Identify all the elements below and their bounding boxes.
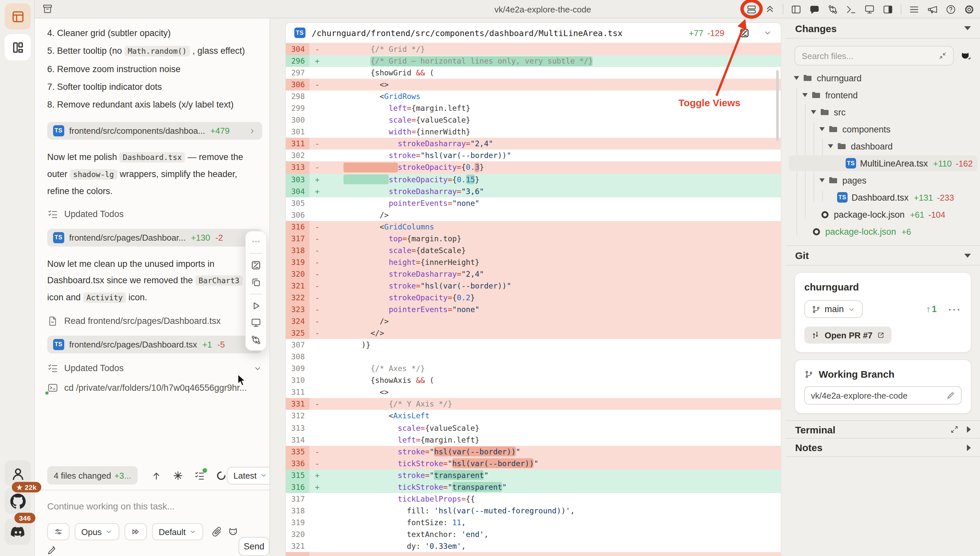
send-button[interactable]: Send — [239, 537, 270, 556]
pen-icon[interactable] — [47, 544, 58, 555]
file-change-chip[interactable]: TSfrontend/src/pages/Dashboar...+130-2 — [47, 229, 262, 247]
diff-line[interactable]: 321- stroke="hsl(var(--border))" — [286, 280, 781, 292]
diff-line[interactable]: 314 left={margin.left} — [286, 434, 781, 446]
diff-line[interactable]: 306- <> — [286, 79, 781, 91]
chevron-down-icon[interactable] — [763, 28, 772, 37]
monitor-icon[interactable] — [250, 317, 262, 328]
tree-folder-components[interactable]: components — [786, 121, 980, 138]
tree-folder-frontend[interactable]: frontend — [786, 87, 980, 103]
terminal-section-header[interactable]: Terminal — [786, 420, 980, 439]
diff-line[interactable]: 297 {showGrid && ( — [286, 67, 781, 79]
tool-call-row[interactable]: Updated Todos — [47, 208, 262, 220]
diff-line[interactable]: 323- pointerEvents="none" — [286, 304, 781, 315]
diff-view-icon[interactable] — [250, 260, 262, 271]
open-pr-button[interactable]: Open PR #7 — [804, 326, 891, 344]
panel-right-icon[interactable] — [882, 3, 893, 15]
tree-file-package-lock.json[interactable]: package-lock.json+6 — [786, 223, 980, 240]
fast-forward-button[interactable] — [124, 523, 147, 540]
rail-button-board[interactable] — [5, 34, 31, 60]
play-icon[interactable] — [250, 300, 262, 312]
tool-call-row[interactable]: cd /private/var/folders/10/h7w0q46556ggr… — [47, 382, 262, 393]
gear-icon[interactable] — [964, 3, 975, 15]
files-changed-chip[interactable]: 4 files changed +3... — [47, 466, 138, 485]
megaphone-icon[interactable] — [927, 3, 938, 15]
diff-line[interactable]: 305 pointerEvents="none" — [286, 197, 781, 209]
attach-icon[interactable] — [211, 526, 223, 537]
diff-line[interactable]: 319- height={innerHeight} — [286, 256, 781, 268]
tree-file-MultiLineArea.tsx[interactable]: TSMultiLineArea.tsx+110-162 — [786, 155, 980, 172]
commits-ahead[interactable]: ↑1 — [926, 304, 937, 314]
todo-list-icon[interactable] — [194, 470, 205, 481]
diff-line[interactable]: 313 scale={valueScale} — [286, 422, 781, 434]
tree-folder-dashboard[interactable]: dashboard — [786, 138, 980, 155]
diff-line[interactable]: 309 {/* Axes */} — [286, 363, 781, 375]
caret-down-icon[interactable] — [828, 144, 833, 148]
rail-button-workspace[interactable] — [5, 3, 31, 29]
tree-folder-src[interactable]: src — [786, 103, 980, 121]
diff-line[interactable]: 320- strokeDasharray="2,4" — [286, 268, 781, 280]
more-options-button[interactable]: ··· — [949, 304, 962, 314]
chevrons-up-icon[interactable] — [764, 3, 775, 15]
diff-line[interactable]: - — [286, 552, 781, 556]
cat-icon[interactable] — [228, 526, 239, 537]
file-change-chip[interactable]: TSfrontend/src/components/dashboa...+479 — [47, 122, 262, 140]
diff-line[interactable]: 307 )} — [286, 339, 781, 351]
working-branch-input[interactable]: vk/4e2a-explore-the-code — [804, 386, 962, 404]
diff-line[interactable]: 296+ {/* Grid — horizontal lines only, v… — [286, 55, 781, 67]
tree-folder-pages[interactable]: pages — [786, 172, 980, 189]
menu-icon[interactable] — [909, 3, 920, 15]
push-up-icon[interactable] — [151, 470, 162, 481]
expand-icon[interactable] — [950, 425, 959, 434]
spark-icon[interactable] — [173, 470, 184, 481]
diff-line[interactable]: 302 stroke="hsl(var(--border))" — [286, 150, 781, 162]
diff-line[interactable]: 336- tickStroke="hsl(var(--border))" — [286, 457, 781, 469]
diff-line[interactable]: 308 — [286, 351, 781, 362]
tool-call-row[interactable]: Read frontend/src/pages/Dashboard.tsx — [47, 315, 262, 326]
caret-down-icon[interactable] — [802, 93, 807, 97]
version-dropdown[interactable]: Latest — [227, 467, 270, 484]
diff-line[interactable]: 303+ strokeOpacity={0.15} — [286, 173, 781, 185]
tree-file-package-lock.json[interactable]: package-lock.json+61-104 — [786, 206, 980, 223]
cat-icon[interactable] — [960, 50, 971, 61]
tree-folder-churnguard[interactable]: churnguard — [786, 70, 980, 87]
git-compare-icon[interactable] — [827, 3, 838, 15]
tree-file-Dashboard.tsx[interactable]: TSDashboard.tsx+131-233 — [786, 189, 980, 206]
diff-line[interactable]: 318 fill: 'hsl(var(--muted-foreground))'… — [286, 505, 781, 517]
diff-line[interactable]: 299 left={margin.left} — [286, 102, 781, 114]
diff-line[interactable]: 313- strokeOpacity={0.3} — [286, 162, 781, 173]
diff-line[interactable]: 316- <GridColumns — [286, 221, 781, 233]
changes-section-header[interactable]: Changes — [786, 18, 980, 39]
model-dropdown[interactable]: Opus — [75, 523, 119, 540]
tool-call-row[interactable]: Updated Todos — [47, 362, 262, 374]
diff-line[interactable]: 320 textAnchor: 'end', — [286, 529, 781, 540]
branch-dropdown[interactable]: main — [804, 300, 863, 318]
diff-line[interactable]: 306 /> — [286, 209, 781, 221]
archive-icon[interactable] — [42, 3, 53, 15]
chevron-down-icon[interactable] — [253, 364, 262, 373]
panel-left-icon[interactable] — [791, 3, 802, 15]
help-icon[interactable] — [945, 3, 956, 15]
search-input[interactable] — [794, 46, 954, 66]
diff-line[interactable]: 319 fontSize: 11, — [286, 517, 781, 529]
file-change-chip[interactable]: TSfrontend/src/pages/Dashboard.tsx+1-5 — [47, 336, 262, 353]
diff-line[interactable]: 324- /> — [286, 315, 781, 327]
chat-bubble-icon[interactable] — [809, 3, 820, 15]
diff-line[interactable]: 321 dy: '0.33em', — [286, 540, 781, 552]
copy-icon[interactable] — [250, 277, 262, 288]
composer-placeholder[interactable]: Continue working on this task... — [47, 501, 175, 511]
diff-line[interactable]: 331- {/* Y Axis */} — [286, 398, 781, 410]
mode-dropdown[interactable]: Default — [152, 523, 203, 540]
diff-line[interactable]: 312 <AxisLeft — [286, 410, 781, 422]
diff-line[interactable]: 301 width={innerWidth} — [286, 126, 781, 138]
diff-line[interactable]: 317 tickLabelProps={{ — [286, 493, 781, 505]
diff-line[interactable]: 316+ tickStroke="transparent" — [286, 481, 781, 493]
diff-line[interactable]: 318- scale={dateScale} — [286, 244, 781, 256]
settings-sliders-button[interactable] — [47, 523, 69, 540]
monitor-icon[interactable] — [864, 3, 875, 15]
diff-line[interactable]: 311- strokeDasharray="2,4" — [286, 138, 781, 150]
git-compare-icon[interactable] — [250, 335, 262, 346]
diff-line[interactable]: 335- stroke="hsl(var(--border))" — [286, 446, 781, 457]
toggle-views-icon[interactable] — [746, 3, 757, 15]
notes-section-header[interactable]: Notes — [786, 439, 980, 457]
diff-line[interactable]: 325- </> — [286, 327, 781, 339]
